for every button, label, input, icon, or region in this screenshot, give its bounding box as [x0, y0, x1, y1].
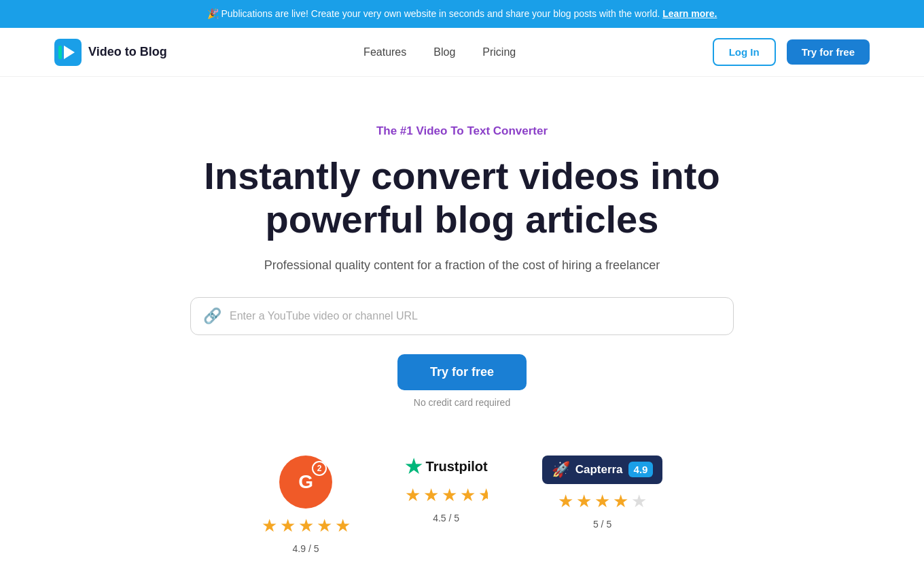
url-input[interactable] [230, 298, 721, 334]
capterra-flag-icon: 🚀 [552, 461, 570, 479]
g2-stars: ★ ★ ★ ★ ★ [262, 515, 351, 536]
nav-pricing[interactable]: Pricing [482, 46, 516, 58]
ratings-section: G 2 ★ ★ ★ ★ ★ 4.9 / 5 ★ Trustpilot ★ ★ ★ [27, 449, 897, 581]
g2-rating: G 2 ★ ★ ★ ★ ★ 4.9 / 5 [262, 456, 351, 554]
nav-features[interactable]: Features [363, 46, 406, 58]
trustpilot-badge: ★ Trustpilot [405, 456, 488, 478]
login-button[interactable]: Log In [713, 38, 776, 66]
trustpilot-score: 4.5 / 5 [433, 513, 459, 523]
logo-icon [54, 39, 82, 66]
hero-section: The #1 Video To Text Converter Instantly… [0, 77, 924, 584]
g2-score: 4.9 / 5 [293, 543, 319, 554]
nav-blog[interactable]: Blog [433, 46, 455, 58]
capterra-stars: ★ ★ ★ ★ ★ [558, 491, 647, 512]
capterra-label: Capterra [575, 463, 623, 477]
hero-tag: The #1 Video To Text Converter [376, 124, 548, 138]
capterra-rating-score: 5 / 5 [593, 519, 611, 530]
banner-learn-more-link[interactable]: Learn more. [662, 8, 717, 19]
svg-rect-2 [58, 46, 62, 59]
link-icon: 🔗 [203, 307, 221, 325]
capterra-badge: 🚀 Capterra 4.9 [542, 456, 663, 484]
nav-links: Features Blog Pricing [363, 46, 516, 58]
trustpilot-stars: ★ ★ ★ ★ ★ [405, 485, 488, 506]
try-for-free-nav-button[interactable]: Try for free [787, 39, 870, 65]
trustpilot-star-icon: ★ [405, 456, 422, 478]
navigation: Video to Blog Features Blog Pricing Log … [0, 28, 924, 77]
url-input-container: 🔗 [190, 297, 734, 335]
announcement-banner: 🎉 Publications are live! Create your ver… [0, 0, 924, 28]
cta-section: Try for free No credit card required [397, 354, 527, 408]
g2-badge: G 2 [279, 456, 332, 509]
logo[interactable]: Video to Blog [54, 39, 167, 66]
trustpilot-label: Trustpilot [426, 459, 488, 475]
banner-text: 🎉 Publications are live! Create your ver… [207, 8, 660, 19]
try-for-free-hero-button[interactable]: Try for free [397, 354, 527, 390]
hero-title: Instantly convert videos into powerful b… [183, 154, 741, 242]
g2-superscript: 2 [312, 461, 327, 476]
capterra-rating: 🚀 Capterra 4.9 ★ ★ ★ ★ ★ 5 / 5 [542, 456, 663, 530]
capterra-score-badge: 4.9 [628, 462, 654, 477]
trustpilot-rating: ★ Trustpilot ★ ★ ★ ★ ★ 4.5 / 5 [405, 456, 488, 523]
logo-text: Video to Blog [88, 45, 167, 59]
nav-actions: Log In Try for free [713, 38, 870, 66]
no-credit-card-text: No credit card required [414, 397, 510, 408]
hero-subtitle: Professional quality content for a fract… [264, 258, 660, 273]
